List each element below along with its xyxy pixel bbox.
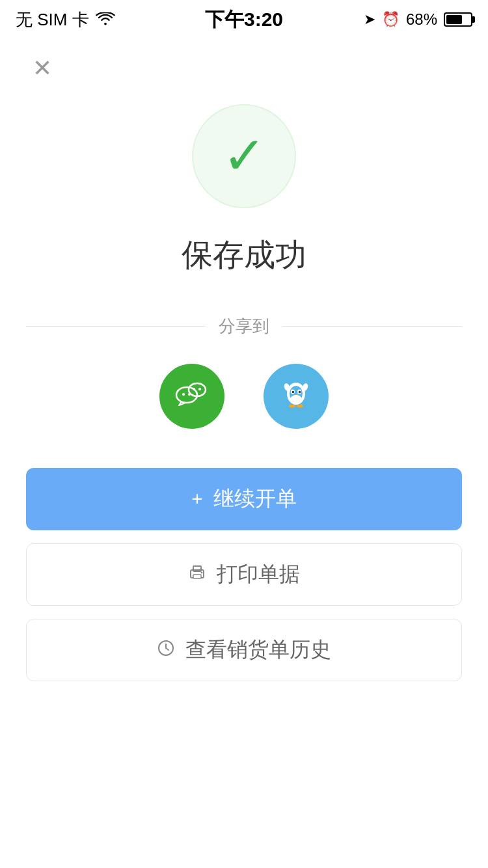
history-label: 查看销货单历史 [185, 636, 331, 664]
svg-point-14 [289, 405, 295, 408]
wechat-share-button[interactable] [159, 364, 224, 429]
status-left: 无 SIM 卡 [16, 8, 115, 31]
svg-point-10 [292, 391, 295, 394]
share-section: 分享到 [26, 315, 462, 429]
main-content: ✕ ✓ 保存成功 分享到 [0, 39, 488, 868]
divider-left [26, 326, 206, 327]
divider-right [282, 326, 462, 327]
carrier-text: 无 SIM 卡 [16, 8, 89, 31]
print-label: 打印单据 [217, 560, 300, 589]
close-icon: ✕ [33, 57, 52, 80]
alarm-icon: ⏰ [382, 11, 400, 28]
svg-point-4 [182, 393, 185, 396]
svg-rect-20 [193, 575, 201, 578]
continue-label: 继续开单 [213, 485, 297, 513]
battery-icon [444, 12, 472, 27]
history-icon [157, 639, 175, 662]
svg-point-15 [297, 405, 303, 408]
svg-point-5 [188, 393, 191, 396]
svg-point-3 [198, 388, 201, 390]
share-icons [159, 364, 329, 429]
share-label: 分享到 [219, 315, 269, 338]
svg-point-13 [290, 395, 302, 404]
history-button[interactable]: 查看销货单历史 [26, 619, 462, 681]
success-title: 保存成功 [182, 234, 306, 276]
print-button[interactable]: 打印单据 [26, 543, 462, 606]
close-button[interactable]: ✕ [26, 52, 59, 85]
svg-point-21 [201, 571, 203, 573]
plus-icon: + [191, 488, 203, 510]
status-time: 下午3:20 [205, 7, 283, 33]
wifi-icon [96, 10, 115, 30]
share-divider: 分享到 [26, 315, 462, 338]
status-right: ➤ ⏰ 68% [364, 10, 472, 29]
status-bar: 无 SIM 卡 下午3:20 ➤ ⏰ 68% [0, 0, 488, 39]
svg-point-2 [193, 388, 195, 390]
action-buttons: + 继续开单 打印单据 查看销货单历史 [26, 468, 462, 681]
checkmark-icon: ✓ [223, 130, 266, 182]
battery-percent: 68% [406, 10, 437, 29]
location-icon: ➤ [364, 11, 375, 28]
qq-share-button[interactable] [264, 364, 329, 429]
continue-button[interactable]: + 继续开单 [26, 468, 462, 530]
success-circle: ✓ [192, 104, 296, 208]
print-icon [188, 563, 206, 586]
svg-point-11 [299, 391, 301, 394]
